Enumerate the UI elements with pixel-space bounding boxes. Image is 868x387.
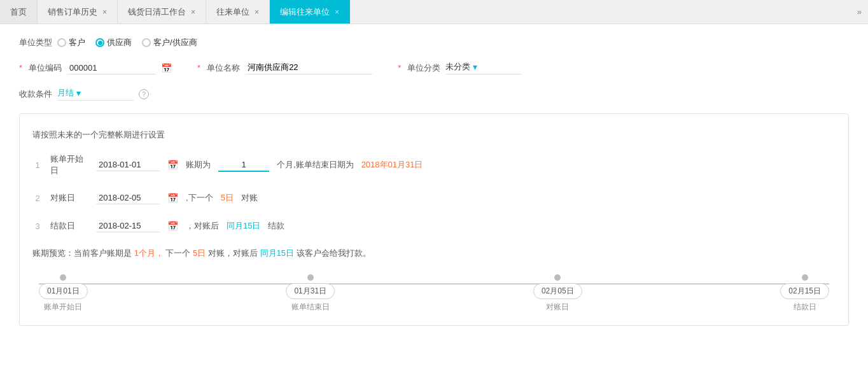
unit-code-label: 单位编码 bbox=[29, 62, 62, 74]
tab-label: 首页 bbox=[10, 6, 27, 18]
condition-title: 请按照未来的一个完整帐期进行设置 bbox=[32, 129, 836, 141]
row-label-2: 对账日 bbox=[50, 192, 88, 204]
reconcile-note-prefix: ,下一个 bbox=[186, 192, 213, 204]
help-icon[interactable]: ? bbox=[139, 89, 149, 99]
row-number-2: 2 bbox=[32, 194, 43, 203]
reconcile-note-suffix: 对账 bbox=[241, 192, 258, 204]
timeline-node-2: 01月31日 账单结束日 bbox=[286, 274, 335, 313]
radio-circle-supplier bbox=[95, 38, 104, 47]
condition-row-2: 2 对账日 📅 ,下一个 5日 对账 bbox=[32, 192, 836, 204]
calendar-icon-1[interactable]: 📅 bbox=[167, 160, 178, 170]
unit-type-label: 单位类型 bbox=[19, 37, 52, 48]
payment-field: 收款条件 月结 ▾ ? bbox=[19, 87, 149, 101]
tab-bar: 首页 销售订单历史 × 钱货日清工作台 × 往来单位 × 编辑往来单位 × » bbox=[0, 0, 868, 24]
condition-box: 请按照未来的一个完整帐期进行设置 1 账单开始日 📅 账期为 个月,账单结束日期… bbox=[19, 113, 849, 326]
unit-info-row: * 单位编码 📅 * 单位名称 * 单位分类 未分类 ▾ bbox=[19, 61, 849, 74]
payment-label: 收款条件 bbox=[19, 88, 52, 100]
unit-category-select[interactable]: 未分类 ▾ bbox=[445, 61, 522, 74]
condition-row-3: 3 结款日 📅 ，对账后 同月15日 结款 bbox=[32, 220, 836, 232]
period-before-label: 账期为 bbox=[186, 159, 211, 171]
timeline-segment-2 bbox=[335, 293, 533, 294]
payment-select[interactable]: 月结 ▾ bbox=[57, 87, 134, 101]
required-star: * bbox=[19, 63, 22, 73]
preview-prefix: 账期预览：当前客户账期是 bbox=[32, 248, 132, 258]
payment-date-input[interactable] bbox=[96, 220, 160, 232]
chevron-down-icon: ▾ bbox=[76, 88, 81, 98]
timeline-pill-4: 02月15日 bbox=[780, 283, 829, 299]
preview-section: 账期预览：当前客户账期是 1个月， 下一个 5日 对账，对账后 同月15日 该客… bbox=[32, 248, 836, 259]
timeline-sublabel-1: 账单开始日 bbox=[44, 302, 82, 313]
unit-category-field: * 单位分类 未分类 ▾ bbox=[398, 61, 522, 74]
radio-circle-both bbox=[142, 38, 151, 47]
row-label-3: 结款日 bbox=[50, 220, 88, 232]
payment-note-highlight: 同月15日 bbox=[227, 220, 260, 232]
unit-code-input[interactable] bbox=[67, 62, 156, 74]
close-icon[interactable]: × bbox=[255, 8, 259, 16]
payment-note-suffix: 结款 bbox=[268, 220, 284, 232]
reconcile-date-input[interactable] bbox=[96, 192, 160, 204]
tab-partner[interactable]: 往来单位 × bbox=[206, 0, 270, 24]
tab-label: 编辑往来单位 bbox=[280, 6, 330, 18]
close-icon[interactable]: × bbox=[191, 8, 195, 16]
unit-type-field: 单位类型 客户 供应商 客户/供应商 bbox=[19, 37, 197, 48]
unit-name-input[interactable] bbox=[245, 62, 372, 74]
timeline-dot-3 bbox=[554, 274, 561, 281]
tab-sales-history[interactable]: 销售订单历史 × bbox=[38, 0, 118, 24]
tab-label: 销售订单历史 bbox=[48, 6, 97, 18]
preview-middle2: 对账，对账后 bbox=[208, 248, 258, 258]
timeline-segment-1 bbox=[88, 293, 286, 294]
expand-icon: » bbox=[857, 7, 862, 17]
tab-cash-work[interactable]: 钱货日清工作台 × bbox=[118, 0, 206, 24]
calendar-icon-3[interactable]: 📅 bbox=[167, 221, 178, 231]
timeline-node-3: 02月05日 对账日 bbox=[533, 274, 582, 313]
unit-code-field: * 单位编码 📅 bbox=[19, 62, 172, 74]
unit-name-label: 单位名称 bbox=[207, 62, 240, 74]
timeline-sublabel-3: 对账日 bbox=[546, 302, 569, 313]
tab-home[interactable]: 首页 bbox=[0, 0, 38, 24]
timeline-dot-2 bbox=[307, 274, 314, 281]
radio-customer[interactable]: 客户 bbox=[57, 37, 85, 48]
timeline-sublabel-4: 结款日 bbox=[794, 302, 816, 313]
payment-value: 月结 bbox=[57, 87, 74, 99]
preview-middle1: 下一个 bbox=[165, 248, 190, 258]
calendar-icon-2[interactable]: 📅 bbox=[167, 193, 178, 203]
tab-expand-button[interactable]: » bbox=[851, 0, 868, 24]
preview-highlight2: 5日 bbox=[193, 248, 206, 258]
start-date-input[interactable] bbox=[96, 158, 160, 171]
close-icon[interactable]: × bbox=[335, 8, 339, 16]
timeline-pill-1: 01月01日 bbox=[39, 283, 88, 299]
close-icon[interactable]: × bbox=[102, 8, 107, 16]
condition-row-1: 1 账单开始日 📅 账期为 个月,账单结束日期为 2018年01月31日 bbox=[32, 153, 836, 176]
radio-supplier[interactable]: 供应商 bbox=[95, 37, 132, 48]
reconcile-note-highlight: 5日 bbox=[221, 192, 234, 204]
tab-edit-partner[interactable]: 编辑往来单位 × bbox=[270, 0, 350, 24]
main-content: 单位类型 客户 供应商 客户/供应商 * 单位编码 bbox=[0, 24, 868, 387]
period-end-date: 2018年01月31日 bbox=[361, 159, 423, 171]
radio-label-customer: 客户 bbox=[69, 37, 85, 48]
timeline-sublabel-2: 账单结束日 bbox=[291, 302, 330, 313]
tab-label: 往来单位 bbox=[216, 6, 249, 18]
timeline-pill-2: 01月31日 bbox=[286, 283, 335, 299]
unit-type-row: 单位类型 客户 供应商 客户/供应商 bbox=[19, 37, 849, 48]
period-input[interactable] bbox=[218, 158, 269, 172]
preview-highlight1: 1个月， bbox=[134, 248, 164, 258]
timeline-node-4: 02月15日 结款日 bbox=[780, 274, 829, 313]
required-star: * bbox=[398, 63, 401, 73]
calendar-icon[interactable]: 📅 bbox=[161, 63, 172, 73]
timeline: 01月01日 账单开始日 01月31日 账单结束日 02月05日 bbox=[32, 274, 836, 313]
required-star: * bbox=[197, 63, 200, 73]
row-number-3: 3 bbox=[32, 222, 43, 231]
radio-both[interactable]: 客户/供应商 bbox=[142, 37, 197, 48]
timeline-dot-4 bbox=[802, 274, 808, 281]
radio-label-both: 客户/供应商 bbox=[153, 37, 197, 48]
chevron-down-icon: ▾ bbox=[473, 62, 477, 72]
timeline-pill-3: 02月05日 bbox=[533, 283, 582, 299]
unit-name-field: * 单位名称 bbox=[197, 62, 372, 74]
row-number-1: 1 bbox=[32, 160, 43, 170]
timeline-node-1: 01月01日 账单开始日 bbox=[39, 274, 88, 313]
timeline-segment-3 bbox=[582, 293, 781, 294]
radio-label-supplier: 供应商 bbox=[107, 37, 132, 48]
tab-label: 钱货日清工作台 bbox=[128, 6, 186, 18]
radio-group: 客户 供应商 客户/供应商 bbox=[57, 37, 197, 48]
unit-category-value: 未分类 bbox=[445, 61, 470, 73]
